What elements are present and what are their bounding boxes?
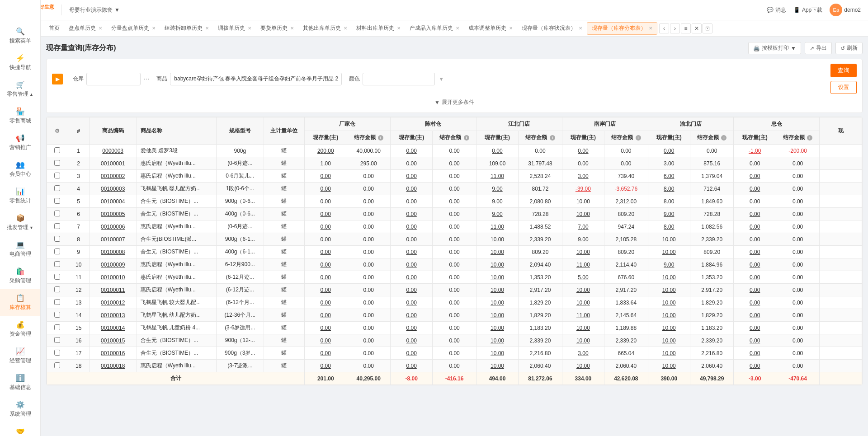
jiangbei-stock-link[interactable]: 0.00 — [492, 148, 502, 154]
cell-checkbox[interactable] — [47, 271, 68, 284]
tab-prev-btn[interactable]: ‹ — [659, 23, 669, 33]
jiangbei-stock-link[interactable]: 109.00 — [489, 160, 506, 167]
cell-checkbox[interactable] — [47, 347, 68, 360]
user-area[interactable]: Ea demo2 — [830, 4, 861, 16]
yubeibei-stock-link[interactable]: 8.00 — [664, 198, 674, 205]
chenshan-stock-link[interactable]: 0.00 — [406, 148, 416, 154]
product-code-link[interactable]: 00100001 — [101, 160, 125, 167]
tab-home[interactable]: 首页 — [44, 22, 64, 35]
warehouse-input[interactable] — [86, 73, 141, 85]
total-stock-link[interactable]: 0.00 — [750, 274, 760, 281]
tab-close-icon7[interactable]: ✕ — [397, 26, 401, 31]
sidebar-item-inventory[interactable]: 📋 库存核算 — [0, 289, 40, 316]
tab-stock-status[interactable]: 现存量（库存状况表） ✕ — [517, 22, 587, 35]
tab-close-icon11[interactable]: ✕ — [649, 26, 652, 31]
nangan-stock-link[interactable]: 3.00 — [578, 173, 588, 179]
yubeibei-stock-link[interactable]: 9.00 — [664, 211, 674, 217]
product-code-link[interactable]: 00100018 — [101, 363, 125, 369]
tab-order[interactable]: 要货单历史 ✕ — [256, 22, 298, 35]
chenshan-stock-link[interactable]: 0.00 — [406, 262, 416, 268]
factory-stock-link[interactable]: 0.00 — [321, 262, 331, 268]
yubeibei-stock-link[interactable]: 0.00 — [664, 148, 674, 154]
settings-icon[interactable]: ⚙ — [55, 128, 60, 134]
tab-close-icon5[interactable]: ✕ — [290, 26, 294, 31]
factory-stock-link[interactable]: 0.00 — [321, 363, 331, 369]
tab-inventory-history[interactable]: 盘点单历史 ✕ — [64, 22, 107, 35]
tab-close-icon9[interactable]: ✕ — [509, 26, 513, 31]
tab-close-icon[interactable]: ✕ — [99, 26, 102, 31]
jiangbei-stock-link[interactable]: 10.00 — [491, 274, 504, 281]
chenshan-stock-link[interactable]: 0.00 — [406, 350, 416, 356]
nangan-stock-link[interactable]: 10.00 — [576, 338, 590, 344]
chenshan-stock-link[interactable]: 0.00 — [406, 186, 416, 192]
total-stock-link[interactable]: 0.00 — [750, 173, 760, 179]
product-code-link[interactable]: 0000003 — [102, 148, 123, 154]
jiangbei-stock-link[interactable]: 10.00 — [491, 325, 504, 331]
tab-close-icon10[interactable]: ✕ — [579, 26, 582, 31]
chenshan-stock-link[interactable]: 0.00 — [406, 160, 416, 167]
cell-checkbox[interactable] — [47, 183, 68, 195]
nangan-stock-link[interactable]: 10.00 — [576, 363, 590, 369]
factory-stock-link[interactable]: 0.00 — [321, 186, 331, 192]
sidebar-item-basic-info[interactable]: ℹ️ 基础信息 — [0, 369, 40, 396]
chenshan-stock-link[interactable]: 0.00 — [406, 173, 416, 179]
sidebar-item-business[interactable]: 📈 经营管理 — [0, 342, 40, 369]
cell-checkbox[interactable] — [47, 246, 68, 258]
search-button[interactable]: 查询 — [830, 64, 857, 77]
nangan-info-icon[interactable]: i — [636, 135, 641, 141]
cell-checkbox[interactable] — [47, 233, 68, 246]
nangan-stock-link[interactable]: -39.00 — [576, 186, 591, 192]
chenshan-info-icon[interactable]: i — [464, 135, 469, 141]
nangan-stock-link[interactable]: 10.00 — [576, 287, 590, 293]
expand-arrow-btn[interactable]: ▶ — [52, 74, 63, 84]
sidebar-item-wholesale[interactable]: 📦 批发管理 ▼ — [0, 209, 40, 236]
tab-other-out[interactable]: 其他出库单历史 ✕ — [298, 22, 352, 35]
sidebar-item-finance[interactable]: 💰 资金管理 — [0, 316, 40, 342]
total-stock-link[interactable]: 0.00 — [750, 160, 760, 167]
row-checkbox[interactable] — [54, 337, 60, 343]
jiangbei-stock-link[interactable]: 10.00 — [491, 287, 504, 293]
cell-checkbox[interactable] — [47, 195, 68, 208]
tab-close-icon6[interactable]: ✕ — [344, 26, 347, 31]
sidebar-item-purchase[interactable]: 🛍️ 采购管理 — [0, 263, 40, 289]
row-checkbox[interactable] — [54, 324, 60, 330]
sidebar-item-retail-shop[interactable]: 🏪 零售商城 — [0, 103, 40, 129]
jiangbei-stock-link[interactable]: 9.00 — [492, 198, 502, 205]
sidebar-item-ecommerce[interactable]: 💻 电商管理 — [0, 236, 40, 263]
jiangbei-stock-link[interactable]: 11.00 — [491, 224, 504, 230]
nangan-stock-link[interactable]: 0.00 — [578, 160, 588, 167]
row-checkbox[interactable] — [54, 362, 60, 368]
cell-checkbox[interactable] — [47, 157, 68, 170]
row-checkbox[interactable] — [54, 198, 60, 204]
jiangbei-stock-link[interactable]: 10.00 — [491, 249, 504, 255]
row-checkbox[interactable] — [54, 274, 60, 280]
yubeibei-stock-link[interactable]: 10.00 — [662, 363, 676, 369]
chenshan-stock-link[interactable]: 0.00 — [406, 325, 416, 331]
nangan-stock-link[interactable]: 10.00 — [576, 300, 590, 306]
expand-conditions-btn[interactable]: ▼ 展开更多条件 — [431, 97, 478, 108]
tab-stock-dist[interactable]: 现存量（库存分布表） ✕ — [587, 22, 657, 35]
tab-split-history[interactable]: 分量盘点单历史 ✕ — [107, 22, 160, 35]
sidebar-item-marketing[interactable]: 📢 营销推广 — [0, 129, 40, 156]
setting-button[interactable]: 设置 — [830, 81, 857, 94]
nangan-stock-link[interactable]: 3.00 — [578, 350, 588, 356]
chenshan-stock-link[interactable]: 0.00 — [406, 287, 416, 293]
nangan-stock-link[interactable]: 10.00 — [576, 249, 590, 255]
factory-stock-link[interactable]: 0.00 — [321, 198, 331, 205]
yubeibei-stock-link[interactable]: 10.00 — [662, 249, 676, 255]
factory-stock-link[interactable]: 0.00 — [321, 350, 331, 356]
total-stock-link[interactable]: 0.00 — [750, 287, 760, 293]
total-stock-link[interactable]: 0.00 — [750, 300, 760, 306]
jiangbei-stock-link[interactable]: 10.00 — [491, 363, 504, 369]
yubeibei-stock-link[interactable]: 10.00 — [662, 300, 676, 306]
product-code-link[interactable]: 00100007 — [101, 236, 125, 243]
product-code-link[interactable]: 00100011 — [101, 287, 125, 293]
color-input[interactable] — [363, 73, 435, 85]
yubeibei-stock-link[interactable]: 6.00 — [664, 173, 674, 179]
tab-product-in[interactable]: 产成品入库单历史 ✕ — [405, 22, 464, 35]
product-code-link[interactable]: 00100015 — [101, 338, 125, 344]
nangan-stock-link[interactable]: 11.00 — [576, 262, 590, 268]
jiangbei-stock-link[interactable]: 10.00 — [491, 262, 504, 268]
chenshan-stock-link[interactable]: 0.00 — [406, 211, 416, 217]
warehouse-ellipsis-btn[interactable]: ··· — [143, 75, 149, 83]
